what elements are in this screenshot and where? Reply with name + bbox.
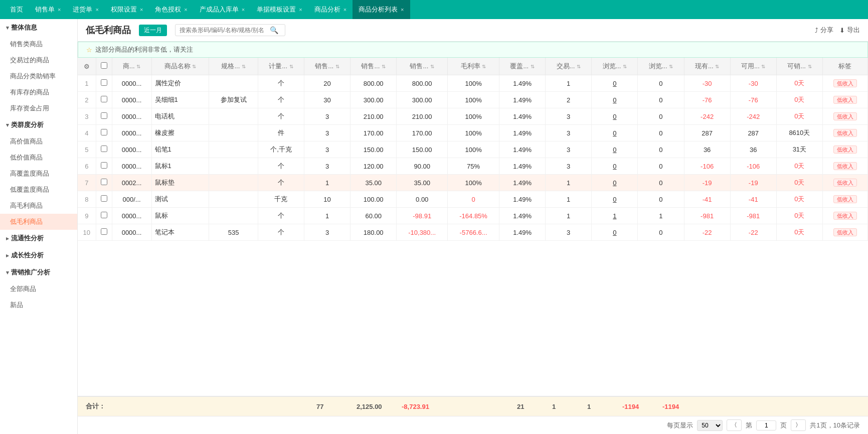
sidebar-item-low-coverage[interactable]: 低覆盖度商品 <box>0 182 77 198</box>
row-checkbox-6[interactable] <box>96 175 112 191</box>
search-input[interactable] <box>180 27 270 34</box>
nav-item-product-analysis[interactable]: 商品分析 × <box>308 0 353 19</box>
page-input[interactable] <box>756 420 776 430</box>
data-table: ⚙ 商... ⇅ 商品名称 ⇅ 规格... ⇅ 计量... ⇅ 销售... ⇅ … <box>78 58 868 241</box>
nav-item-analysis-list[interactable]: 商品分析列表 × <box>353 0 410 19</box>
row-checkbox-7[interactable] <box>96 191 112 208</box>
row-browse1-8[interactable]: 1 <box>592 208 638 224</box>
select-all-checkbox[interactable] <box>101 62 107 69</box>
row-sales-price-0: 800.00 <box>351 75 397 92</box>
row-browse1-9[interactable]: 0 <box>592 224 638 241</box>
row-sales-profit-1: 300.00 <box>397 92 448 108</box>
sidebar-item-high-margin[interactable]: 高毛利商品 <box>0 198 77 214</box>
row-available-8: -981 <box>730 208 776 224</box>
row-browse1-1[interactable]: 0 <box>592 92 638 108</box>
close-analysis-icon[interactable]: × <box>343 7 346 13</box>
row-available-9: -22 <box>730 224 776 241</box>
sidebar-item-stock-goods[interactable]: 有库存的商品 <box>0 84 77 100</box>
nav-item-product-in[interactable]: 产成品入库单 × <box>194 0 251 19</box>
row-tag-0: 低收入 <box>822 75 867 92</box>
row-checkbox-5[interactable] <box>96 158 112 175</box>
close-purchase-icon[interactable]: × <box>95 7 98 13</box>
row-browse1-5[interactable]: 0 <box>592 158 638 175</box>
sidebar-item-category-rate[interactable]: 商品分类助销率 <box>0 68 77 84</box>
sidebar-group-growth[interactable]: ▸ 成长性分析 <box>0 247 77 264</box>
row-spec-1: 参加复试 <box>209 92 258 108</box>
col-browse1: 浏览... ⇅ <box>592 58 638 75</box>
sidebar-item-stock-capital[interactable]: 库存资金占用 <box>0 100 77 116</box>
row-browse1-3[interactable]: 0 <box>592 125 638 141</box>
row-browse1-0[interactable]: 0 <box>592 75 638 92</box>
row-checkbox-3[interactable] <box>96 125 112 141</box>
row-checkbox-0[interactable] <box>96 75 112 92</box>
table-row: 8 000/... 测试 千克 10 100.00 0.00 0 1.49% 1… <box>78 191 868 208</box>
close-analysis-list-icon[interactable]: × <box>401 7 404 13</box>
row-sales-price-3: 170.00 <box>351 125 397 141</box>
close-permission-icon[interactable]: × <box>140 7 143 13</box>
row-browse1-6[interactable]: 0 <box>592 175 638 191</box>
table-row: 9 0000... 鼠标 个 1 60.00 -98.91 -164.85% 1… <box>78 208 868 224</box>
per-page-select[interactable]: 50 100 200 <box>697 420 723 431</box>
col-sellable: 可销... ⇅ <box>776 58 822 75</box>
sidebar-item-low-margin[interactable]: 低毛利商品 <box>0 214 77 230</box>
row-current-stock-7: -41 <box>684 191 730 208</box>
sidebar-item-traded-goods[interactable]: 交易过的商品 <box>0 52 77 68</box>
nav-item-template[interactable]: 单据模板设置 × <box>251 0 308 19</box>
row-current-stock-1: -76 <box>684 92 730 108</box>
row-unit-3: 件 <box>258 125 304 141</box>
export-button[interactable]: ⬇ 导出 <box>839 26 860 35</box>
prev-page-button[interactable]: 〈 <box>727 419 742 431</box>
nav-item-purchase[interactable]: 进货单 × <box>67 0 104 19</box>
nav-item-home[interactable]: 首页 <box>4 0 29 19</box>
next-page-button[interactable]: 〉 <box>791 419 806 431</box>
sidebar-group-marketing[interactable]: ▾ 营销推广分析 <box>0 264 77 281</box>
row-unit-6: 个 <box>258 175 304 191</box>
row-checkbox-8[interactable] <box>96 208 112 224</box>
sidebar-item-low-value[interactable]: 低价值商品 <box>0 150 77 166</box>
row-gross-margin-3: 100% <box>448 125 499 141</box>
page-title: 低毛利商品 <box>86 24 131 36</box>
main-layout: ▾ 整体信息 销售类商品 交易过的商品 商品分类助销率 有库存的商品 库存资金占… <box>0 19 868 434</box>
col-unit: 计量... ⇅ <box>258 58 304 75</box>
row-browse1-7[interactable]: 0 <box>592 191 638 208</box>
row-tag-2: 低收入 <box>822 108 867 125</box>
sidebar-item-all-products[interactable]: 全部商品 <box>0 281 77 297</box>
row-browse2-7: 0 <box>638 191 684 208</box>
sidebar-item-sales-goods[interactable]: 销售类商品 <box>0 36 77 52</box>
col-transaction: 交易... ⇅ <box>546 58 592 75</box>
row-checkbox-4[interactable] <box>96 141 112 158</box>
nav-item-permission[interactable]: 权限设置 × <box>105 0 149 19</box>
row-browse1-2[interactable]: 0 <box>592 108 638 125</box>
row-sales-profit-5: 90.00 <box>397 158 448 175</box>
col-settings[interactable]: ⚙ <box>78 58 96 75</box>
search-box: 🔍 <box>175 24 285 36</box>
row-sellable-7: 0天 <box>776 191 822 208</box>
row-checkbox-2[interactable] <box>96 108 112 125</box>
row-browse1-4[interactable]: 0 <box>592 141 638 158</box>
sidebar-group-flow[interactable]: ▸ 流通性分析 <box>0 230 77 247</box>
row-code-0: 0000... <box>112 75 151 92</box>
share-button[interactable]: ⤴ 分享 <box>815 26 833 35</box>
search-icon[interactable]: 🔍 <box>270 26 278 34</box>
col-sales-price: 销售... ⇅ <box>351 58 397 75</box>
row-checkbox-9[interactable] <box>96 224 112 241</box>
close-template-icon[interactable]: × <box>299 7 302 13</box>
sidebar-group-overall[interactable]: ▾ 整体信息 <box>0 19 77 36</box>
sidebar-item-high-coverage[interactable]: 高覆盖度商品 <box>0 166 77 182</box>
row-checkbox-1[interactable] <box>96 92 112 108</box>
close-role-icon[interactable]: × <box>184 7 187 13</box>
sidebar-item-new-products[interactable]: 新品 <box>0 297 77 313</box>
row-coverage-0: 1.49% <box>499 75 546 92</box>
nav-item-role[interactable]: 角色授权 × <box>149 0 193 19</box>
close-sales-icon[interactable]: × <box>58 7 61 13</box>
close-productin-icon[interactable]: × <box>242 7 245 13</box>
row-unit-2: 个 <box>258 108 304 125</box>
row-available-5: -106 <box>730 158 776 175</box>
nav-item-sales[interactable]: 销售单 × <box>29 0 67 19</box>
sidebar-item-high-value[interactable]: 高价值商品 <box>0 133 77 150</box>
date-filter-button[interactable]: 近一月 <box>139 25 167 36</box>
row-name-1: 吴细细1 <box>151 92 209 108</box>
row-settings-4: 5 <box>78 141 96 158</box>
sidebar-group-cluster[interactable]: ▾ 类群度分析 <box>0 116 77 133</box>
row-spec-6 <box>209 175 258 191</box>
